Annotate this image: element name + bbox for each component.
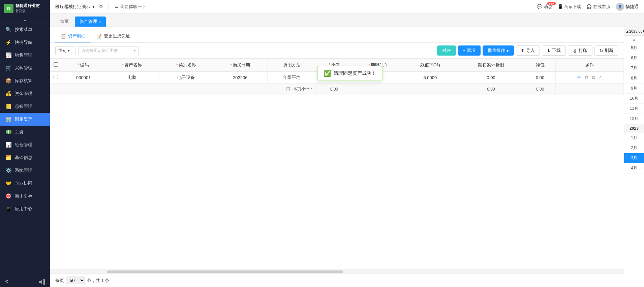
sidebar-item-搜索菜单[interactable]: 🔍搜索菜单 [0,23,50,36]
tab-home[interactable]: 首页 [55,17,73,27]
timeline-item[interactable]: 9月 [624,84,644,94]
row-checkbox[interactable] [54,75,58,79]
category-filter[interactable]: 类别 ▾ [55,46,75,55]
sidebar-icon: 💰 [5,91,11,97]
more-icon[interactable]: ↗ [598,75,602,80]
timeline-item[interactable]: 5月 [624,43,644,53]
tab-close-icon[interactable]: × [99,20,101,24]
timeline-item[interactable]: 1月 [624,133,644,143]
print-label: 打印 [579,47,587,54]
success-check-icon: ✅ [324,70,331,77]
sidebar-item-总账管理[interactable]: 📒总账管理 [0,100,50,113]
timeline-item[interactable]: 12月 [624,114,644,124]
edit-icon[interactable]: ✏ [577,75,581,80]
download-icon: 📱 [558,4,563,9]
collapse-icon[interactable]: ◀▐ [38,279,45,284]
timeline-item[interactable]: 7月 [624,63,644,73]
page-tab-asset-detail[interactable]: 📋 资产明细 [55,30,91,42]
settings-gear-icon[interactable]: ⚙ [99,4,103,10]
user-menu[interactable]: 👤 畅捷通 [616,3,639,11]
category-value-filter[interactable]: 请选择固定资产类别 ▾ [78,46,139,55]
header-checkbox-col [50,59,62,72]
new-btn[interactable]: + 新增 [458,45,481,56]
delete-icon[interactable]: 🗑 [584,75,588,80]
online-service-label: 在线客服 [593,4,611,10]
sidebar-icon: 📈 [5,52,11,58]
sidebar-icon: 🛒 [5,65,11,71]
timeline-up-btn[interactable]: ▲ [625,29,629,33]
timeline-item[interactable]: 3月 [624,153,644,163]
app-subtitle: 普及版 [16,9,40,13]
timeline-item[interactable]: 8月 [624,73,644,84]
timeline-item[interactable]: 4月 [624,163,644,173]
sidebar-item-工资[interactable]: 💵工资 [0,126,50,138]
row-net-value: 0.00 [525,72,555,84]
category-label: 类别 [58,48,66,54]
service-icon: 🎧 [586,4,592,9]
scrollbar-thumb[interactable] [107,270,343,273]
sidebar-item-应用中心[interactable]: 📱应用中心 [0,202,50,215]
row-depreciation: 年限平均 [267,72,316,84]
sidebar-item-固定资产[interactable]: 🏢固定资产 [0,113,50,126]
copy-icon[interactable]: ⧉ [592,75,595,80]
timeline-item[interactable]: 2023 [624,124,644,133]
sidebar-item-资金管理[interactable]: 💰资金管理 [0,87,50,100]
header-initial-accumulated: 期初累计折旧 [457,59,525,72]
subtotal-period [352,84,403,95]
messages-btn[interactable]: 💬 消息 99+ [537,4,552,10]
sidebar-item-销售管理[interactable]: 📈销售管理 [0,49,50,62]
app-download-btn[interactable]: 📱 App下载 [558,4,581,10]
row-checkbox-cell [50,72,62,84]
subtotal-checkbox [50,84,62,95]
select-all-checkbox[interactable] [54,62,58,67]
timeline-item[interactable]: 2月 [624,143,644,153]
subtotal-label: 📋 本页小计： [62,84,316,95]
sidebar-icon: 📦 [5,78,11,84]
settings-icon[interactable]: ⚙ [5,279,9,284]
refresh-icon: ↻ [600,48,603,53]
sidebar-icon: ⚡ [5,39,11,45]
sidebar-icon: 📱 [5,206,11,212]
sidebar-item-新手引导[interactable]: 🎯新手引导 [0,190,50,202]
tab-asset-management[interactable]: 资产管理 × [75,17,106,27]
horizontal-scrollbar[interactable] [50,269,624,274]
timeline-item[interactable]: 11月 [624,104,644,114]
experience-icon: ☁ [114,4,119,9]
timeline-scroll-up[interactable]: ▲ [624,36,644,43]
sidebar-item-库存核算[interactable]: 📦库存核算 [0,74,50,87]
sidebar-label: 应用中心 [15,206,32,212]
company-selector[interactable]: 医疗器械行业演示 ▾ [55,4,95,10]
page-tab-voucher[interactable]: 📝 变更生成凭证 [91,30,135,42]
row-operations: ✏ 🗑 ⧉ ↗ [555,72,623,84]
sidebar-item-企业协同[interactable]: 🤝企业协同 [0,177,50,190]
sidebar-label: 企业协同 [15,180,32,186]
sidebar-item-经营管理[interactable]: 📊经营管理 [0,138,50,151]
subtotal-residual [403,84,457,95]
per-page-select[interactable]: 50 100 [66,277,85,284]
refresh-btn[interactable]: ↻ 刷新 [594,45,618,56]
sidebar-scroll-up[interactable]: ▲ [0,17,50,23]
category-value-dropdown-icon: ▾ [134,48,136,53]
sidebar-item-基础信息[interactable]: 🗂️基础信息 [0,151,50,164]
download-btn[interactable]: ⬇ 下载 [542,45,566,56]
sidebar-label: 经营管理 [15,142,32,148]
online-service-btn[interactable]: 🎧 在线客服 [586,4,611,10]
content-area: 📋 资产明细 📝 变更生成凭证 类别 ▾ [50,27,644,287]
timeline-item[interactable]: 6月 [624,53,644,63]
sidebar-item-快捷导航[interactable]: ⚡快捷导航 [0,36,50,49]
batch-label: 批量操作 [488,47,505,54]
print-btn[interactable]: 🖨 打印 [568,45,592,56]
sidebar-icon: 📊 [5,142,11,148]
asset-detail-tab-icon: 📋 [61,34,66,39]
timeline-item[interactable]: 10月 [624,94,644,104]
batch-btn[interactable]: 批量操作 ▾ [483,45,514,56]
import-btn[interactable]: ⬆ 导入 [516,45,540,56]
sidebar-item-采购管理[interactable]: 🛒采购管理 [0,62,50,74]
reconcile-btn[interactable]: 对账 [437,45,456,56]
experience-link[interactable]: ☁ 我要体验一下 [114,4,146,10]
timeline-right-btn[interactable]: ▶ [643,29,644,33]
import-icon: ⬆ [521,48,525,53]
category-dropdown-icon: ▾ [68,48,70,53]
sidebar-item-系统管理[interactable]: ⚙️系统管理 [0,164,50,177]
sidebar-label: 搜索菜单 [15,27,32,33]
